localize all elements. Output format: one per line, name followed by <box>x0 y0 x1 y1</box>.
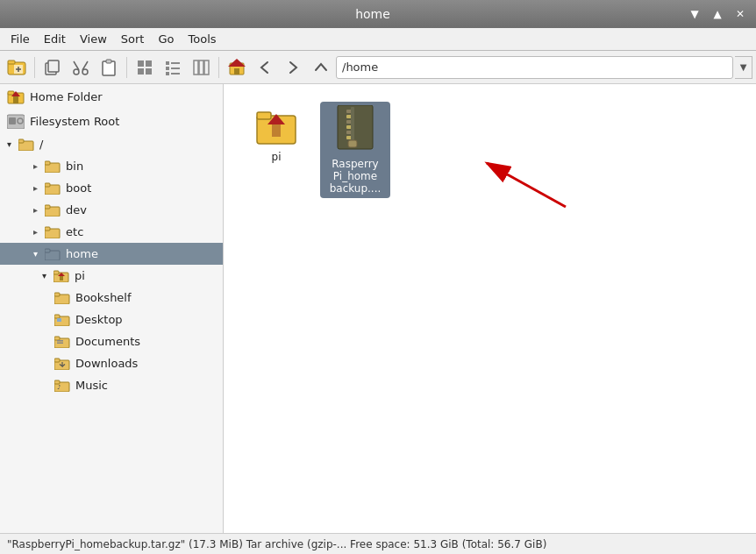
home-folder-label: Home Folder <box>30 90 103 103</box>
copy-icon <box>44 59 61 76</box>
music-label: Music <box>75 379 108 392</box>
toolbar-sep-3 <box>218 57 219 78</box>
view-icons-icon <box>136 59 153 76</box>
sidebar-item-etc[interactable]: ▸ etc <box>0 221 223 243</box>
sidebar-item-downloads[interactable]: Downloads <box>0 352 223 374</box>
svg-rect-71 <box>272 124 281 137</box>
svg-rect-47 <box>45 249 50 252</box>
svg-rect-32 <box>13 96 18 103</box>
menu-file[interactable]: File <box>4 31 37 47</box>
svg-rect-19 <box>166 67 169 70</box>
view-columns-button[interactable] <box>188 55 214 80</box>
documents-label: Documents <box>75 335 140 348</box>
close-button[interactable]: ✕ <box>731 5 749 23</box>
sidebar-item-documents[interactable]: Documents <box>0 330 223 352</box>
titlebar: home ▼ ▲ ✕ <box>0 0 756 28</box>
chevron-icon: ▸ <box>33 183 38 193</box>
pi-home-icon <box>53 270 69 282</box>
sidebar-item-dev[interactable]: ▸ dev <box>0 199 223 221</box>
file-item-pi-label: pi <box>272 151 282 163</box>
menu-go[interactable]: Go <box>151 31 181 47</box>
chevron-icon: ▸ <box>33 227 38 237</box>
sidebar: Home Folder Filesystem Root ▾ / ▸ <box>0 84 224 533</box>
up-button[interactable] <box>308 55 334 80</box>
menubar: File Edit View Sort Go Tools <box>0 28 756 51</box>
status-text: "RaspberryPi_homebackup.tar.gz" (17.3 Mi… <box>7 538 546 550</box>
forward-button[interactable] <box>280 55 306 80</box>
sidebar-item-bin[interactable]: ▸ bin <box>0 155 223 177</box>
menu-view[interactable]: View <box>73 31 114 47</box>
file-panel: pi Rasperr <box>224 84 756 533</box>
documents-folder-icon <box>54 336 70 348</box>
copy-button[interactable] <box>39 55 66 80</box>
svg-rect-39 <box>45 161 50 165</box>
sidebar-item-home[interactable]: ▾ home <box>0 243 223 265</box>
svg-rect-21 <box>166 72 169 75</box>
svg-rect-23 <box>194 60 198 75</box>
window-title: home <box>60 7 686 21</box>
svg-rect-79 <box>351 107 354 144</box>
toolbar: /home ▼ <box>0 51 756 84</box>
maximize-button[interactable]: ▲ <box>709 5 726 23</box>
file-item-archive[interactable]: RasperryPi_homebackup.... <box>320 102 390 198</box>
svg-rect-45 <box>45 227 50 231</box>
folder-icon <box>45 160 61 173</box>
svg-rect-59 <box>57 340 63 342</box>
file-item-pi[interactable]: pi <box>241 102 311 198</box>
boot-label: boot <box>66 181 91 195</box>
new-folder-button[interactable] <box>4 55 30 80</box>
svg-rect-55 <box>54 315 60 318</box>
view-list-button[interactable] <box>160 55 186 80</box>
root-label: / <box>39 138 43 151</box>
sidebar-item-desktop[interactable]: Desktop <box>0 309 223 330</box>
paste-icon <box>100 59 118 76</box>
sidebar-item-boot[interactable]: ▸ boot <box>0 177 223 199</box>
location-bar[interactable]: /home <box>336 56 733 79</box>
sidebar-item-music[interactable]: ♪ Music <box>0 374 223 396</box>
toolbar-sep-2 <box>126 57 127 78</box>
statusbar: "RaspberryPi_homebackup.tar.gz" (17.3 Mi… <box>0 533 756 554</box>
svg-rect-69 <box>257 112 271 119</box>
menu-tools[interactable]: Tools <box>182 31 224 47</box>
sidebar-item-home-folder[interactable]: Home Folder <box>0 84 223 109</box>
svg-text:♪: ♪ <box>57 384 61 391</box>
svg-rect-15 <box>138 68 144 75</box>
paste-button[interactable] <box>96 55 122 80</box>
up-icon <box>313 60 329 75</box>
sidebar-item-root[interactable]: ▾ / <box>0 133 223 155</box>
music-folder-icon: ♪ <box>54 380 70 392</box>
minimize-button[interactable]: ▼ <box>686 5 703 23</box>
sidebar-item-filesystem[interactable]: Filesystem Root <box>0 109 223 133</box>
view-icons-button[interactable] <box>132 55 158 80</box>
svg-rect-51 <box>60 276 63 281</box>
svg-rect-6 <box>48 60 59 72</box>
home-label: home <box>66 247 98 260</box>
sidebar-item-bookshelf[interactable]: Bookshelf <box>0 287 223 309</box>
svg-rect-1 <box>8 60 15 64</box>
bookshelf-label: Bookshelf <box>75 291 132 304</box>
chevron-icon: ▾ <box>7 139 11 149</box>
home-icon <box>227 58 246 77</box>
cut-button[interactable] <box>68 55 94 80</box>
downloads-label: Downloads <box>75 357 138 370</box>
home-button[interactable] <box>224 55 250 80</box>
location-dropdown[interactable]: ▼ <box>735 56 752 79</box>
downloads-folder-icon <box>54 358 70 370</box>
svg-rect-80 <box>348 140 357 147</box>
back-button[interactable] <box>252 55 278 80</box>
chevron-icon: ▾ <box>42 271 46 281</box>
svg-rect-53 <box>54 293 60 296</box>
svg-rect-56 <box>57 318 61 322</box>
folder-icon <box>45 226 61 238</box>
svg-rect-18 <box>171 62 180 64</box>
svg-rect-34 <box>9 117 16 124</box>
svg-rect-58 <box>54 337 60 340</box>
svg-rect-25 <box>204 60 209 75</box>
menu-edit[interactable]: Edit <box>37 31 73 47</box>
folder-icon <box>45 204 61 217</box>
file-grid: pi Rasperr <box>232 93 747 207</box>
folder-icon <box>45 182 61 195</box>
sidebar-item-pi[interactable]: ▾ pi <box>0 265 223 287</box>
menu-sort[interactable]: Sort <box>114 31 152 47</box>
svg-rect-17 <box>166 61 169 65</box>
